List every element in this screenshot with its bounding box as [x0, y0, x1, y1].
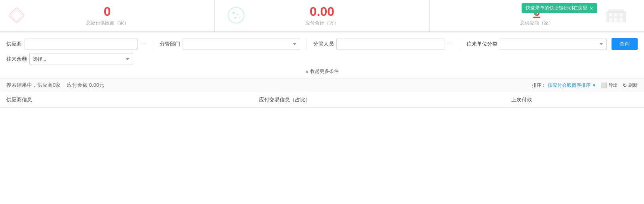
divider-2: [307, 38, 307, 50]
balance-label: 往来余额: [6, 55, 27, 63]
refresh-icon: ↻: [623, 82, 627, 88]
unit-category-label: 往来单位分类: [467, 40, 497, 48]
sort-select[interactable]: 按应付会额倒序排序: [548, 82, 591, 88]
svg-rect-9: [609, 13, 612, 16]
col-header-transaction: 应付交易信息（占比）: [259, 96, 512, 103]
result-amount-text: 应付金额 0.00元: [67, 82, 104, 89]
result-summary: 搜索结果中，供应商0家 应付金额 0.00元: [6, 82, 104, 89]
collapse-button[interactable]: ∧ 收起更多条件: [305, 68, 339, 75]
refresh-button[interactable]: ↻ 刷新: [623, 82, 638, 89]
unit-category-select[interactable]: [500, 38, 607, 50]
svg-point-5: [234, 17, 236, 19]
supplier-input[interactable]: [25, 38, 138, 50]
sort-chevron-icon: ▼: [592, 83, 596, 88]
collapse-label: 收起更多条件: [310, 68, 339, 75]
tooltip-close-btn[interactable]: ×: [590, 6, 593, 11]
svg-point-2: [228, 7, 244, 23]
col-header-payment: 上次付款: [511, 96, 638, 103]
filter-group-unit-category: 往来单位分类: [467, 38, 607, 50]
cookie-icon: [227, 6, 246, 26]
refresh-label: 刷新: [628, 82, 638, 89]
col-header-info: 供应商信息: [6, 96, 259, 103]
filter-group-supplier: 供应商 ···: [6, 38, 147, 50]
search-button[interactable]: 查询: [612, 38, 638, 50]
stat-total-suppliers: 快速录单的快捷键说明在这里 × 0 总供应商（家）: [430, 0, 644, 31]
svg-point-6: [239, 17, 240, 18]
divider-1: [153, 38, 153, 50]
department-select[interactable]: [183, 38, 300, 50]
shortcut-tooltip: 快速录单的快捷键说明在这里 ×: [522, 3, 597, 13]
filter-row-2: 往来余额 选择...: [6, 53, 133, 65]
result-bar: 搜索结果中，供应商0家 应付金额 0.00元 排序： 按应付会额倒序排序 ▼ ⬜…: [0, 78, 644, 92]
filter-group-person: 分管人员 ···: [313, 38, 453, 50]
collapse-bar: ∧ 收起更多条件: [6, 68, 638, 75]
supplier-more-btn[interactable]: ···: [140, 40, 147, 48]
balance-select[interactable]: 选择...: [29, 53, 133, 65]
total-suppliers-label: 总供应商（家）: [520, 20, 553, 27]
building-bg-icon: [604, 7, 628, 24]
export-button[interactable]: ⬜ 导出: [601, 82, 618, 89]
collapse-chevron-icon: ∧: [305, 69, 309, 74]
filter-area: 供应商 ··· 分管部门 分管人员 ··· 往来单位分类 查询: [0, 33, 644, 78]
svg-rect-8: [608, 9, 624, 12]
svg-rect-11: [619, 13, 623, 16]
diamond-icon: [8, 6, 25, 25]
svg-rect-10: [614, 13, 617, 16]
svg-rect-14: [619, 18, 623, 22]
table-body: [0, 108, 644, 204]
filter-row-1: 供应商 ··· 分管部门 分管人员 ··· 往来单位分类 查询: [6, 38, 638, 50]
payable-total-number: 0.00: [310, 5, 334, 19]
table-header: 供应商信息 应付交易信息（占比） 上次付款: [0, 92, 644, 108]
svg-rect-12: [609, 18, 612, 22]
result-bar-actions: 排序： 按应付会额倒序排序 ▼ ⬜ 导出 ↻ 刷新: [532, 82, 638, 89]
svg-rect-13: [614, 18, 617, 22]
sort-label: 排序：: [532, 82, 546, 89]
sort-wrapper: 排序： 按应付会额倒序排序 ▼: [532, 82, 596, 89]
person-input[interactable]: [336, 38, 445, 50]
supplier-filter-label: 供应商: [6, 40, 22, 48]
filter-group-department: 分管部门: [160, 38, 300, 50]
svg-point-3: [232, 11, 235, 14]
person-more-btn[interactable]: ···: [447, 40, 453, 48]
divider-3: [460, 38, 460, 50]
department-filter-label: 分管部门: [160, 40, 180, 48]
stat-payable-total: 0.00 应付合计（万）: [215, 0, 429, 31]
filter-group-balance: 往来余额 选择...: [6, 53, 133, 65]
export-label: 导出: [608, 82, 618, 89]
person-filter-label: 分管人员: [313, 40, 334, 48]
svg-point-4: [237, 13, 238, 15]
stats-bar: 0 总应付供应商（家） 0.00 应付合计（万） 快速录单的快捷键说明在这里 ×: [0, 0, 644, 32]
export-icon: ⬜: [601, 82, 607, 88]
payable-total-label: 应付合计（万）: [305, 20, 339, 27]
result-suppliers-text: 搜索结果中，供应商0家: [6, 82, 61, 89]
payable-suppliers-number: 0: [104, 5, 111, 19]
payable-suppliers-label: 总应付供应商（家）: [86, 20, 129, 27]
tooltip-text: 快速录单的快捷键说明在这里: [526, 5, 587, 11]
stat-payable-suppliers: 0 总应付供应商（家）: [0, 0, 215, 31]
